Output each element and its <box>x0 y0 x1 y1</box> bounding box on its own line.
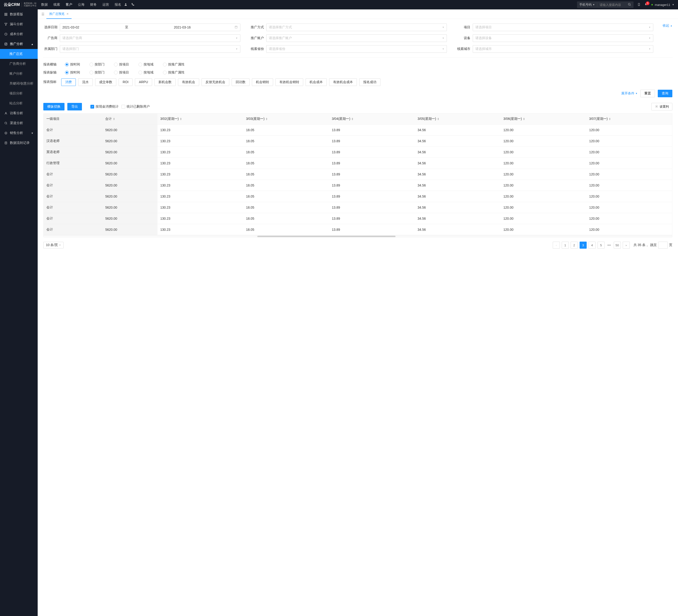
sort-icon[interactable]: ▲▼ <box>437 117 439 120</box>
metric-chip[interactable]: ROI <box>119 78 133 86</box>
device-select[interactable]: 请选择设备▼ <box>473 34 653 42</box>
user-menu[interactable]: manager11 ▼ <box>651 3 674 7</box>
cash-checkbox[interactable]: ✓ 按现金消费统计 <box>90 105 119 109</box>
reset-button[interactable]: 重置 <box>640 90 655 97</box>
collapse-link[interactable]: 收起 ▲ <box>663 24 672 28</box>
sort-icon[interactable]: ▲▼ <box>523 117 525 120</box>
metric-chip[interactable]: 报名成功 <box>359 78 380 86</box>
bell-icon[interactable]: 5 <box>644 3 648 7</box>
radio-option[interactable]: 按部门 <box>89 70 105 75</box>
table-header[interactable]: 3/03(星期一)▲▼ <box>243 113 329 124</box>
dept-select[interactable]: 请选择部门▼ <box>60 45 240 53</box>
page-last-button[interactable]: 50 <box>614 242 621 249</box>
table-header[interactable]: 3/06(星期一)▲▼ <box>500 113 586 124</box>
project-select[interactable]: 请选择项目▼ <box>473 24 653 31</box>
sort-icon[interactable]: ▲▼ <box>180 117 182 120</box>
table-header[interactable]: 合计▲▼ <box>102 113 157 124</box>
page-button[interactable]: 3 <box>579 242 587 249</box>
radio-option[interactable]: 按部门 <box>89 62 105 67</box>
page-button[interactable]: 2 <box>571 242 578 249</box>
sort-icon[interactable]: ▲▼ <box>351 117 353 120</box>
logo[interactable]: 云朵CRM 教育机构一站 式服务云平台 <box>4 2 36 7</box>
sidebar-sub-item[interactable]: 推广总览 <box>0 49 38 59</box>
expand-link[interactable]: 展开条件 ▼ <box>621 92 638 96</box>
next-page-button[interactable]: › <box>623 242 630 249</box>
page-button[interactable]: 5 <box>598 242 605 249</box>
scroll-thumb[interactable] <box>257 236 396 237</box>
radio-option[interactable]: 按推广属性 <box>163 70 185 75</box>
sort-icon[interactable]: ▲▼ <box>608 117 611 120</box>
radio-option[interactable]: 按时间 <box>65 62 80 67</box>
sidebar-sub-item[interactable]: 账户分析 <box>0 69 38 79</box>
nav-item[interactable]: 数据 <box>41 3 48 7</box>
metric-chip[interactable]: 流水 <box>78 78 93 86</box>
nav-item[interactable]: 客户 <box>66 3 72 7</box>
page-button[interactable]: 4 <box>589 242 596 249</box>
horizontal-scrollbar[interactable] <box>44 235 672 237</box>
search-input[interactable] <box>597 3 626 7</box>
phone-icon[interactable] <box>131 3 135 7</box>
metric-chip[interactable]: 机会成本 <box>306 78 327 86</box>
table-header[interactable]: 3/02(星期一)▲▼ <box>157 113 243 124</box>
table-header[interactable]: 3/04(星期一)▲▼ <box>329 113 415 124</box>
metric-chip[interactable]: 回访数 <box>232 78 250 86</box>
search-icon[interactable] <box>626 3 634 7</box>
table-header[interactable]: 一级项目 <box>44 113 102 124</box>
radio-option[interactable]: 按项目 <box>114 70 129 75</box>
metric-chip[interactable]: 成交单数 <box>95 78 116 86</box>
sort-icon[interactable]: ▲▼ <box>113 117 115 120</box>
settings-button[interactable]: 设置列 <box>651 103 672 110</box>
sidebar-item[interactable]: 销售分析▼ <box>0 128 38 138</box>
radio-option[interactable]: 按地域 <box>139 70 153 75</box>
sidebar-item[interactable]: 成本分析 <box>0 29 38 39</box>
tab-current[interactable]: 推广总预览 ✕ <box>46 9 72 19</box>
metric-chip[interactable]: 反馈无效机会 <box>201 78 229 86</box>
mobile-icon[interactable] <box>637 3 641 7</box>
switch-button[interactable]: 横纵切换 <box>43 103 65 110</box>
sort-icon[interactable]: ▲▼ <box>266 117 268 120</box>
sidebar-item[interactable]: 访客分析 <box>0 108 38 118</box>
close-icon[interactable]: ✕ <box>66 12 69 15</box>
metric-chip[interactable]: 有效机会 <box>178 78 199 86</box>
sidebar-sub-item[interactable]: 项目分析 <box>0 88 38 99</box>
sidebar-item[interactable]: 漏斗分析 <box>0 19 38 29</box>
metric-chip[interactable]: 有效机会销转 <box>275 78 303 86</box>
sidebar-sub-item[interactable]: 站点分析 <box>0 99 38 108</box>
sidebar-sub-item[interactable]: 关键词/创意分析 <box>0 79 38 88</box>
city-select[interactable]: 请选择城市▼ <box>473 45 653 53</box>
metric-chip[interactable]: ARPU <box>135 78 152 86</box>
page-size-select[interactable]: 10 条/页 ▼ <box>43 242 64 248</box>
metric-chip[interactable]: 有效机会成本 <box>329 78 357 86</box>
prev-page-button[interactable]: ‹ <box>553 242 560 249</box>
export-button[interactable]: 导出 <box>67 103 82 110</box>
radio-option[interactable]: 按推广属性 <box>163 62 185 67</box>
search-type-select[interactable]: 手机号码 ▼ <box>577 3 597 7</box>
deleted-checkbox[interactable]: 统计已删除用户 <box>121 105 150 109</box>
account-select[interactable]: 请选择推广账户▼ <box>266 34 447 42</box>
method-select[interactable]: 请选择推广方式▼ <box>266 24 447 31</box>
metric-chip[interactable]: 新机会数 <box>154 78 176 86</box>
user-icon[interactable] <box>124 3 127 7</box>
radio-option[interactable]: 按项目 <box>114 62 129 67</box>
radio-option[interactable]: 按时间 <box>65 70 80 75</box>
advertiser-select[interactable]: 请选择广告商▼ <box>60 34 240 42</box>
menu-toggle-icon[interactable]: ☰ <box>41 12 44 16</box>
radio-option[interactable]: 按地域 <box>139 62 153 67</box>
sidebar-item[interactable]: 渠道分析 <box>0 118 38 128</box>
sidebar-sub-item[interactable]: 广告商分析 <box>0 59 38 69</box>
table-header[interactable]: 3/05(星期一)▲▼ <box>415 113 500 124</box>
province-select[interactable]: 请选择省份▼ <box>266 45 447 53</box>
metric-chip[interactable]: 机会销转 <box>252 78 273 86</box>
nav-item[interactable]: 运营 <box>102 3 109 7</box>
nav-item[interactable]: 公海 <box>78 3 84 7</box>
table-header[interactable]: 3/07(星期一)▲▼ <box>587 113 672 124</box>
nav-item[interactable]: 财务 <box>90 3 97 7</box>
query-button[interactable]: 查询 <box>658 90 672 97</box>
sidebar-item[interactable]: 推广分析▲ <box>0 39 38 49</box>
page-button[interactable]: 1 <box>562 242 569 249</box>
metric-chip[interactable]: 消费 <box>61 78 76 86</box>
date-range-picker[interactable]: 2021-03-02 至 2021-03-16 <box>60 24 240 31</box>
nav-item[interactable]: 报名 <box>115 3 121 7</box>
nav-item[interactable]: 线索 <box>53 3 60 7</box>
page-jump-input[interactable] <box>658 242 668 249</box>
